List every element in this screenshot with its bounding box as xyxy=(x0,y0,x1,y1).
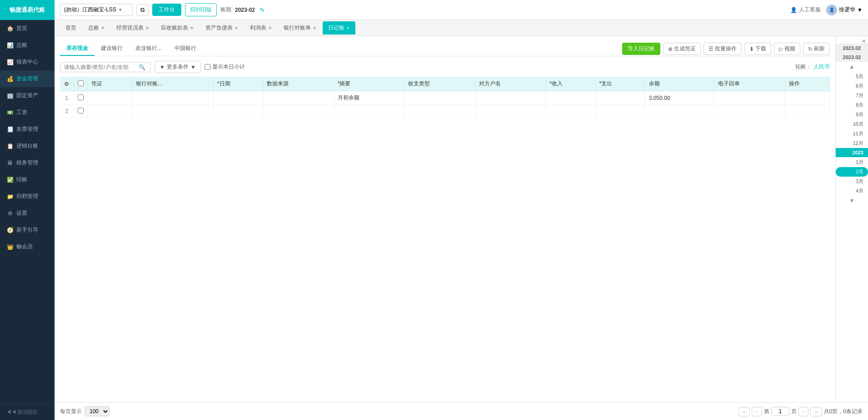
show-daily-checkbox-label[interactable]: 显示本日小计 xyxy=(205,63,245,71)
month-item-2-active[interactable]: 2月 xyxy=(836,167,868,177)
sidebar-item-label: 发票管理 xyxy=(16,125,38,133)
right-panel-close-button[interactable]: ✕ xyxy=(862,38,866,44)
tax-icon: 🏛 xyxy=(6,160,14,166)
month-item-4[interactable]: 4月 xyxy=(836,186,868,196)
customer-service-button[interactable]: 👤 人工客服 xyxy=(790,6,821,14)
bank-tab-china[interactable]: 中国银行 xyxy=(168,42,203,56)
sidebar-item-finance[interactable]: 💰 资金管理 xyxy=(0,70,55,87)
sidebar-item-tax[interactable]: 🏛 税务管理 xyxy=(0,154,55,171)
last-page-button[interactable]: » xyxy=(810,407,822,416)
select-all-checkbox[interactable] xyxy=(78,80,84,86)
tab-balance-sheet[interactable]: 资产负债表 ✕ xyxy=(200,21,244,35)
row-checkbox[interactable] xyxy=(78,108,84,114)
month-item-3[interactable]: 3月 xyxy=(836,177,868,186)
sidebar-item-purchase[interactable]: 📋 进销台账 xyxy=(0,138,55,154)
row-bank-reconcile xyxy=(132,91,213,105)
tab-receivables-close-icon[interactable]: ✕ xyxy=(190,25,194,30)
col-bank-reconcile: 银行对账... xyxy=(132,77,213,91)
sidebar-item-reports[interactable]: 📈 报表中心 xyxy=(0,54,55,70)
row-income-type xyxy=(404,91,475,105)
period-edit-icon[interactable]: ✎ xyxy=(259,6,265,14)
tab-operations-close-icon[interactable]: ✕ xyxy=(145,25,149,30)
tab-home[interactable]: 首页 xyxy=(60,21,82,35)
tab-journal[interactable]: 日记账 ✕ xyxy=(323,21,355,35)
month-item-5[interactable]: 5月 xyxy=(836,72,868,81)
row-data-source xyxy=(263,91,334,105)
col-action: 操作 xyxy=(785,77,829,91)
tab-ledger[interactable]: 总账 ✕ xyxy=(83,21,110,35)
sidebar-item-close-period[interactable]: ✅ 结账 xyxy=(0,171,55,188)
month-item-1[interactable]: 1月 xyxy=(836,158,868,167)
filter-button[interactable]: ▼ 更多条件 ▼ xyxy=(155,61,201,73)
scroll-up-icon[interactable]: ▲ xyxy=(836,62,868,72)
scroll-down-icon[interactable]: ▼ xyxy=(836,196,868,206)
company-selector[interactable]: (勿动）江西融宝-LSS ▼ xyxy=(60,4,133,16)
month-item-6[interactable]: 6月 xyxy=(836,81,868,91)
copy-button[interactable]: ⧉ xyxy=(136,4,149,16)
page-size-select[interactable]: 50 100 200 xyxy=(85,406,110,416)
settings-icon: ⚙ xyxy=(6,210,14,217)
month-item-9[interactable]: 9月 xyxy=(836,110,868,119)
year-2023-label[interactable]: 2023 xyxy=(836,148,868,158)
bank-tabs: 库存现金 建设银行 农业银行... 中国银行 导入日记账 ⊕ 生成凭证 xyxy=(60,42,830,56)
tab-profit[interactable]: 利润表 ✕ xyxy=(244,21,277,35)
refresh-button[interactable]: ↻ 刷新 xyxy=(803,43,830,55)
show-daily-checkbox[interactable] xyxy=(205,64,210,70)
sidebar-item-archive[interactable]: 📁 归档管理 xyxy=(0,188,55,205)
col-checkbox[interactable] xyxy=(74,77,87,91)
video-button[interactable]: ▷ 视频 xyxy=(774,43,800,55)
next-page-button[interactable]: › xyxy=(798,407,808,416)
month-item-7[interactable]: 7月 xyxy=(836,91,868,100)
tab-ledger-close-icon[interactable]: ✕ xyxy=(101,25,105,30)
row-checkbox-cell[interactable] xyxy=(74,91,87,105)
bank-tab-agriculture[interactable]: 农业银行... xyxy=(129,42,168,56)
col-e-receipt: 电子回单 xyxy=(714,77,785,91)
batch-ops-button[interactable]: ☰ 批量操作 xyxy=(703,43,742,55)
row-date xyxy=(214,105,263,118)
tab-balance-sheet-close-icon[interactable]: ✕ xyxy=(234,25,238,30)
month-item-12[interactable]: 12月 xyxy=(836,138,868,148)
import-journal-button[interactable]: 导入日记账 xyxy=(622,43,660,55)
sidebar-item-label: 设置 xyxy=(16,209,27,217)
month-item-8[interactable]: 8月 xyxy=(836,100,868,110)
sidebar-item-label: 结账 xyxy=(16,176,27,183)
tab-profit-close-icon[interactable]: ✕ xyxy=(268,25,272,30)
unpin-button[interactable]: ◀◀ 取消固定 xyxy=(0,404,55,420)
search-icon[interactable]: 🔍 xyxy=(139,64,145,70)
old-version-button[interactable]: 切到旧版 xyxy=(185,3,217,16)
sidebar-item-settings[interactable]: ⚙ 设置 xyxy=(0,205,55,222)
tab-receivables[interactable]: 应收账款表 ✕ xyxy=(155,21,199,35)
sidebar-item-ledger[interactable]: 📊 总账 xyxy=(0,37,55,54)
bank-tab-cash[interactable]: 库存现金 xyxy=(60,42,95,56)
col-settings[interactable]: ⚙ xyxy=(60,77,74,91)
sidebar-item-home[interactable]: 🏠 首页 xyxy=(0,20,55,37)
sidebar-item-assets[interactable]: 🏢 固定资产 xyxy=(0,87,55,104)
tab-journal-close-icon[interactable]: ✕ xyxy=(346,25,350,30)
sidebar-item-salary[interactable]: 💵 工资 xyxy=(0,104,55,121)
month-item-10[interactable]: 10月 xyxy=(836,119,868,129)
download-button[interactable]: ⬇ 下载 xyxy=(744,43,771,55)
row-action[interactable] xyxy=(785,91,829,105)
sidebar-item-guide[interactable]: 🧭 新手引导 xyxy=(0,222,55,238)
bank-tab-construction[interactable]: 建设银行 xyxy=(95,42,129,56)
row-checkbox-cell[interactable] xyxy=(74,105,87,118)
col-income: *收入 xyxy=(546,77,595,91)
workspace-button[interactable]: 工作台 xyxy=(152,4,181,16)
sidebar-item-invoice[interactable]: 🧾 发票管理 xyxy=(0,121,55,138)
toolbar: 🔍 ▼ 更多条件 ▼ 显示本日小计 拓帐： 人民币 xyxy=(60,61,830,73)
prev-page-button[interactable]: ‹ xyxy=(752,407,762,416)
currency-value[interactable]: 人民币 xyxy=(813,63,830,71)
search-box[interactable]: 🔍 xyxy=(60,62,151,72)
tab-bank-statement-close-icon[interactable]: ✕ xyxy=(313,25,316,30)
row-action[interactable] xyxy=(785,105,829,118)
user-info[interactable]: 👤 徐逻华 ▼ xyxy=(826,5,863,15)
generate-voucher-button[interactable]: ⊕ 生成凭证 xyxy=(663,43,701,55)
tab-operations[interactable]: 经营状况表 ✕ xyxy=(111,21,155,35)
sidebar-item-member[interactable]: 👑 畅会员 xyxy=(0,238,55,255)
first-page-button[interactable]: « xyxy=(738,407,750,416)
page-number-input[interactable] xyxy=(771,407,789,416)
month-item-11[interactable]: 11月 xyxy=(836,129,868,138)
row-checkbox[interactable] xyxy=(78,94,84,100)
search-input[interactable] xyxy=(64,64,137,70)
tab-bank-statement[interactable]: 银行对账单 ✕ xyxy=(278,21,322,35)
